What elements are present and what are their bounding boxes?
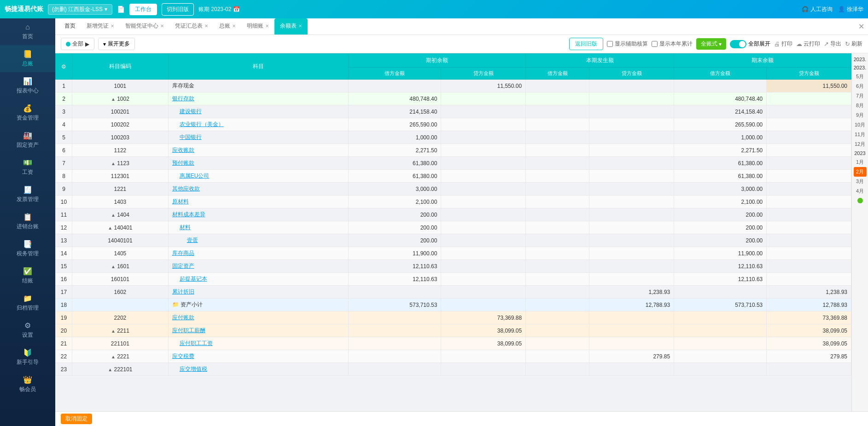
- online-indicator: [857, 198, 863, 203]
- sidebar-item-funds[interactable]: 💰 资金管理: [0, 99, 55, 127]
- tab-balance[interactable]: 余额表 ✕: [274, 18, 308, 35]
- row-name[interactable]: 固定资产: [168, 260, 348, 273]
- row-name[interactable]: 农业银行（美金）: [168, 118, 348, 131]
- month-4[interactable]: 4月: [854, 186, 867, 196]
- tab-smart-voucher[interactable]: 智能凭证中心 ✕: [120, 18, 169, 35]
- row-code: 14040101: [72, 234, 169, 247]
- row-code: 1122: [72, 144, 169, 157]
- sidebar-item-guide[interactable]: 🔰 新手引导: [0, 344, 55, 371]
- sidebar-label-settings: 设置: [22, 331, 33, 339]
- month-3[interactable]: 3月: [854, 177, 867, 186]
- export-action[interactable]: ↗ 导出: [824, 40, 841, 48]
- ob-debit: 61,380.00: [349, 170, 441, 183]
- row-name[interactable]: 应付职工工资: [168, 337, 348, 350]
- document-icon-btn[interactable]: 📄: [117, 6, 125, 13]
- switch-version-button[interactable]: 切到旧版: [162, 3, 194, 16]
- workspace-button[interactable]: 工作台: [129, 4, 157, 15]
- month-2[interactable]: 2月: [854, 167, 867, 177]
- month-11[interactable]: 11月: [854, 130, 867, 139]
- tab-close-ledger[interactable]: ✕: [232, 23, 236, 29]
- cb-debit: 2,271.50: [674, 144, 767, 157]
- tab-close-balance[interactable]: ✕: [298, 23, 302, 29]
- sidebar-item-settings[interactable]: ⚙ 设置: [0, 317, 55, 344]
- sidebar-item-salary[interactable]: 💵 工资: [0, 154, 55, 181]
- tab-close-detail[interactable]: ✕: [265, 23, 269, 29]
- row-name[interactable]: 累计折旧: [168, 286, 348, 299]
- month-6[interactable]: 6月: [854, 81, 867, 91]
- cp-debit: [526, 299, 589, 311]
- row-number: 21: [56, 337, 72, 350]
- month-9[interactable]: 9月: [854, 110, 867, 120]
- tab-voucher-summary[interactable]: 凭证汇总表 ✕: [169, 18, 214, 35]
- expand-btn[interactable]: ▾ 展开更多: [98, 38, 135, 50]
- row-name[interactable]: 应付账款: [168, 311, 348, 324]
- return-old-btn[interactable]: 返回旧版: [569, 38, 603, 50]
- cp-debit: [526, 170, 589, 183]
- top-bar-actions: 🎧 人工咨询 👤 徐泽华: [802, 6, 863, 13]
- sidebar-item-fixed-assets[interactable]: 🏭 固定资产: [0, 127, 55, 154]
- month-12[interactable]: 12月: [854, 139, 867, 149]
- row-name[interactable]: 应收账款: [168, 144, 348, 157]
- row-code: ▲ 222101: [72, 363, 169, 376]
- row-name[interactable]: 中国银行: [168, 131, 348, 144]
- tab-close-new-voucher[interactable]: ✕: [111, 23, 114, 29]
- consult-btn[interactable]: 🎧 人工咨询: [802, 6, 833, 13]
- cp-debit: [526, 311, 589, 324]
- cancel-fixed-btn[interactable]: 取消固定: [61, 414, 92, 424]
- cloud-print-action[interactable]: ☁ 云打印: [796, 40, 820, 48]
- row-name[interactable]: 其他应收款: [168, 183, 348, 196]
- row-name[interactable]: 起提基记本: [168, 273, 348, 286]
- month-10[interactable]: 10月: [854, 120, 867, 130]
- row-name[interactable]: 库存商品: [168, 247, 348, 260]
- month-8[interactable]: 8月: [854, 101, 867, 110]
- ob-credit: [441, 247, 526, 260]
- sidebar-item-settlement[interactable]: ✅ 结账: [0, 262, 55, 289]
- tab-ledger[interactable]: 总账 ✕: [214, 18, 241, 35]
- sidebar-item-member[interactable]: 👑 畅会员: [0, 371, 55, 398]
- row-name[interactable]: 惠属EU公司: [168, 170, 348, 183]
- row-name[interactable]: 应付职工薪酬: [168, 324, 348, 337]
- tab-detail[interactable]: 明细账 ✕: [241, 18, 274, 35]
- sidebar-item-sales[interactable]: 📋 进销台账: [0, 208, 55, 235]
- ob-debit: 61,380.00: [349, 157, 441, 170]
- sidebar-item-home[interactable]: ⌂ 首页: [0, 18, 55, 45]
- sidebar-item-archive[interactable]: 📁 归档管理: [0, 289, 55, 317]
- sidebar-item-invoice[interactable]: 🧾 发票管理: [0, 181, 55, 208]
- month-5[interactable]: 5月: [854, 72, 867, 81]
- sidebar-item-tax[interactable]: 📑 税务管理: [0, 235, 55, 262]
- tab-home[interactable]: 首页: [59, 18, 81, 35]
- row-name[interactable]: 建设银行: [168, 105, 348, 118]
- print-action[interactable]: 🖨 打印: [774, 40, 792, 48]
- show-ytd-checkbox[interactable]: [652, 41, 658, 47]
- sidebar-item-reports[interactable]: 📊 报表中心: [0, 72, 55, 99]
- month-1[interactable]: 1月: [854, 157, 867, 167]
- filter-all-btn[interactable]: 全部 ▶: [61, 38, 94, 50]
- company-selector[interactable]: (勿删) 江西股金-LSS ▾: [48, 4, 112, 15]
- show-aux-checkbox[interactable]: [607, 41, 613, 47]
- ob-debit: [349, 311, 441, 324]
- row-name[interactable]: 壹蛋: [168, 234, 348, 247]
- row-code: 1403: [72, 196, 169, 208]
- row-name[interactable]: 材料成本差异: [168, 208, 348, 221]
- expand-all-switch[interactable]: [730, 40, 746, 48]
- row-name[interactable]: 材料: [168, 221, 348, 234]
- row-name[interactable]: 银行存款: [168, 92, 348, 105]
- row-name[interactable]: 应交增值税: [168, 363, 348, 376]
- cb-debit: [674, 337, 767, 350]
- row-name[interactable]: 原材料: [168, 196, 348, 208]
- row-name[interactable]: 应交税费: [168, 350, 348, 363]
- period-calendar-icon[interactable]: 📅: [233, 6, 240, 12]
- tab-close-voucher-summary[interactable]: ✕: [204, 23, 208, 29]
- tab-new-voucher[interactable]: 新增凭证 ✕: [81, 18, 120, 35]
- close-all-tabs-btn[interactable]: ✕: [858, 22, 864, 31]
- settings-col-header[interactable]: ⚙: [56, 54, 72, 80]
- user-profile-btn[interactable]: 👤 徐泽华: [838, 6, 863, 13]
- month-7[interactable]: 7月: [854, 91, 867, 101]
- row-name[interactable]: 预付账款: [168, 157, 348, 170]
- format-btn[interactable]: 全账式 ▾: [696, 38, 726, 50]
- refresh-action[interactable]: ↻ 刷新: [845, 40, 862, 48]
- sidebar-item-ledger[interactable]: 📒 总账: [0, 45, 55, 72]
- cb-debit: 61,380.00: [674, 170, 767, 183]
- tab-close-smart-voucher[interactable]: ✕: [160, 23, 164, 29]
- cp-credit: 1,238.93: [589, 286, 674, 299]
